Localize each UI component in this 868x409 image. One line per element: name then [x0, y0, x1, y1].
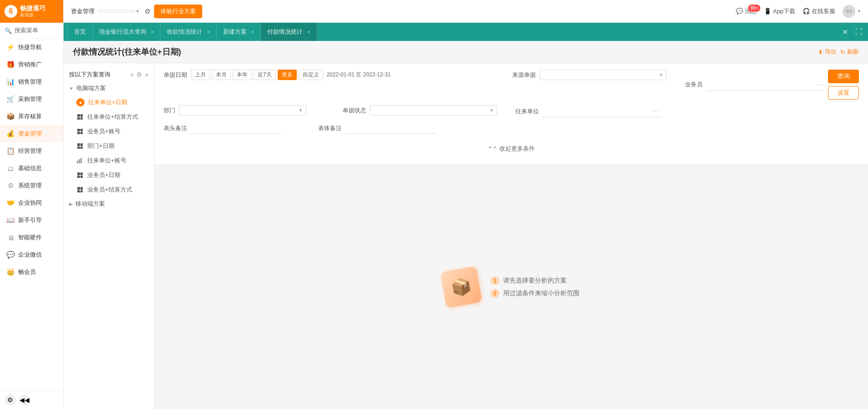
sidebar-item-quick-nav[interactable]: ⚡ 快捷导航 [0, 39, 63, 56]
search-menu[interactable]: 🔍 搜索菜单 [0, 23, 63, 39]
tab-bank-flow[interactable]: 现金银行流水查询 × [93, 23, 160, 41]
date-btn-last-7days[interactable]: 近7天 [254, 70, 276, 80]
sidebar-item-inventory[interactable]: 📦 库存核算 [0, 108, 63, 125]
header-note-input[interactable] [191, 123, 282, 134]
sidebar-item-label: 新手引导 [18, 216, 42, 224]
collapse-sidebar-icon[interactable]: ◀◀ [19, 394, 30, 405]
scheme-header-actions: + ⚙ « [130, 71, 149, 78]
dept-filter: 部门 ▾ [164, 105, 306, 116]
scheme-item-label: 业务员+结算方式 [87, 186, 132, 194]
scheme-section-mobile[interactable]: ▶ 移动端方案 [64, 197, 154, 211]
date-btn-custom[interactable]: 自定义 [299, 70, 323, 80]
settings-bottom-icon[interactable]: ⚙ [5, 394, 15, 405]
scheme-item-label: 往来单位+账号 [87, 157, 126, 165]
refresh-button[interactable]: ↻ 刷新 [840, 48, 859, 56]
scheme-item-partner-settle[interactable]: 往来单位+结算方式 [64, 110, 154, 124]
date-btn-more[interactable]: 更多 [278, 70, 297, 80]
app-download-item[interactable]: 📱 App下载 [764, 7, 795, 15]
sidebar-item-hardware[interactable]: 🖥 智能硬件 [0, 229, 63, 246]
message-icon: 💬 [736, 8, 743, 15]
online-service-label: 在线客服 [812, 7, 835, 15]
tab-label: 首页 [74, 28, 86, 36]
filter-row-1: 单据日期 上月 本月 本年 近7天 更多 自定义 2022-01-01 至 20… [164, 70, 859, 100]
salesman-label: 业务员 [685, 81, 703, 89]
experience-button[interactable]: 体验行业方案 [154, 5, 202, 18]
scheme-item-partner-account[interactable]: 往来单位+账号 [64, 153, 154, 168]
sidebar-item-label: 系统管理 [18, 182, 42, 190]
sidebar-item-label: 采购管理 [18, 95, 42, 103]
collapse-button[interactable]: ⌃⌃ 收起更多条件 [482, 142, 540, 156]
sidebar-item-purchase[interactable]: 🛒 采购管理 [0, 91, 63, 108]
grid-icon [76, 113, 84, 121]
message-badge: 99+ [748, 5, 760, 12]
scheme-section-desktop[interactable]: ▼ 电脑端方案 [64, 81, 154, 95]
tab-close-icon[interactable]: × [307, 29, 310, 35]
settings-icon[interactable]: ⚙ [145, 7, 150, 15]
scheme-item-dept-date[interactable]: 部门+日期 [64, 139, 154, 153]
tab-receipt-stats[interactable]: 收款情况统计 × [160, 23, 216, 41]
dept-select[interactable]: ▾ [179, 105, 306, 116]
scheme-item-label: 业务员+账号 [87, 127, 120, 136]
scheme-item-salesman-settle[interactable]: 业务员+结算方式 [64, 182, 154, 197]
add-scheme-icon[interactable]: + [130, 71, 134, 78]
date-btn-last-month[interactable]: 上月 [191, 70, 210, 80]
source-doc-select[interactable]: ▾ [539, 70, 667, 80]
app-logo: 6 畅捷通巧 标准版 [0, 0, 63, 23]
online-service-item[interactable]: 🎧 在线客服 [803, 7, 835, 15]
date-btn-this-year[interactable]: 本年 [233, 70, 252, 80]
tab-close-icon[interactable]: × [251, 29, 254, 35]
close-all-tabs-icon[interactable]: ✕ [840, 26, 850, 38]
maximize-icon[interactable]: ⛶ [853, 26, 864, 38]
scheme-settings-icon[interactable]: ⚙ [136, 71, 142, 78]
phone-icon: 📱 [764, 8, 771, 15]
app-name: 畅捷通巧 [20, 5, 45, 12]
tabs-actions: ✕ ⛶ [840, 26, 864, 38]
sidebar-item-wechat[interactable]: 💬 企业微信 [0, 246, 63, 263]
guide-icon: 📖 [6, 216, 15, 224]
sidebar-item-marketing[interactable]: 🎁 营销推广 [0, 56, 63, 73]
member-icon: 👑 [6, 268, 15, 276]
filter-area: 单据日期 上月 本月 本年 近7天 更多 自定义 2022-01-01 至 20… [155, 63, 868, 165]
scheme-item-salesman-date[interactable]: 业务员+日期 [64, 168, 154, 182]
sidebar-item-system[interactable]: ⚙ 系统管理 [0, 177, 63, 194]
header-note-filter: 表头备注 [164, 123, 282, 134]
sidebar-item-guide[interactable]: 📖 新手引导 [0, 212, 63, 229]
tab-new-scheme[interactable]: 新建方案 × [217, 23, 261, 41]
module-selector[interactable]: ▾ [98, 8, 139, 14]
sidebar-item-cooperation[interactable]: 🤝 企业协同 [0, 194, 63, 212]
scheme-item-salesman-account[interactable]: 业务员+账号 [64, 124, 154, 139]
marketing-icon: 🎁 [6, 61, 15, 69]
export-button[interactable]: ⬆ 导出 [818, 48, 837, 56]
sidebar-item-basic[interactable]: 🗂 基础信息 [0, 160, 63, 177]
sidebar-item-sales[interactable]: 📊 销售管理 [0, 73, 63, 91]
user-menu[interactable]: Rit ▾ [843, 5, 861, 18]
query-button[interactable]: 查询 [828, 70, 859, 83]
message-item[interactable]: 💬 消息 99+ [736, 7, 757, 15]
tip-num-2: 2 [490, 289, 499, 298]
dept-label: 部门 [164, 106, 175, 115]
scheme-item-partner-date[interactable]: ● 往来单位+日期 [64, 95, 154, 110]
hardware-icon: 🖥 [6, 233, 15, 242]
collapse-panel-icon[interactable]: « [145, 71, 149, 78]
tab-close-icon[interactable]: × [207, 29, 210, 35]
page-title: 付款情况统计(往来单位+日期) [73, 46, 181, 57]
system-icon: ⚙ [6, 182, 15, 190]
empty-tips: 1 请先选择要分析的方案 2 用过滤条件来缩小分析范围 [490, 276, 579, 298]
body-note-input[interactable] [345, 123, 436, 134]
tab-home[interactable]: 首页 [67, 23, 93, 41]
scheme-item-label: 部门+日期 [87, 142, 115, 150]
dots-icon[interactable]: ··· [652, 107, 661, 115]
tab-payment-stats[interactable]: 付款情况统计 × [261, 23, 317, 41]
data-area: 📦 1 请先选择要分析的方案 2 用过滤条件来缩小分析范围 [155, 165, 868, 409]
dots-icon[interactable]: ··· [816, 81, 824, 89]
settings-button[interactable]: 设置 [828, 86, 859, 100]
sidebar-item-member[interactable]: 👑 畅会员 [0, 263, 63, 281]
scheme-item-label: 往来单位+日期 [88, 98, 127, 106]
sidebar-item-operation[interactable]: 📋 经营管理 [0, 142, 63, 160]
bar-chart-icon [76, 157, 84, 164]
chevron-down-icon: ▾ [490, 107, 493, 113]
sidebar-item-finance[interactable]: 💰 资金管理 [0, 125, 63, 142]
date-btn-this-month[interactable]: 本月 [212, 70, 231, 80]
doc-status-select[interactable]: ▾ [370, 105, 497, 116]
tab-close-icon[interactable]: × [151, 29, 154, 35]
